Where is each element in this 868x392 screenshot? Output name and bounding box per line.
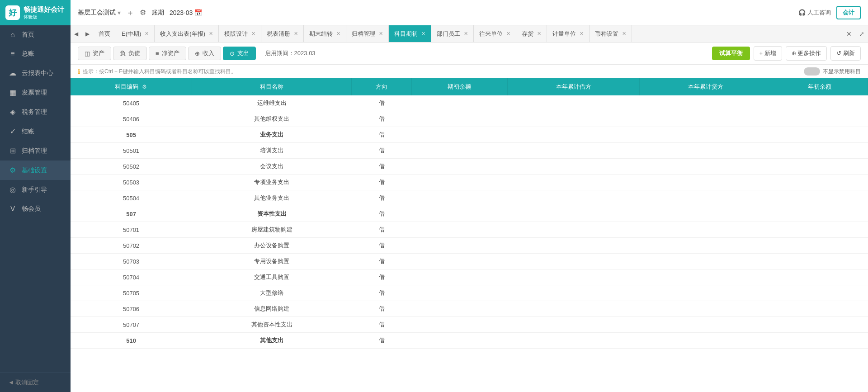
tab-close-icon[interactable]: ✕ bbox=[622, 31, 626, 37]
subtab-支出[interactable]: ⊙支出 bbox=[223, 47, 256, 60]
table-row: 50704交通工具购置借 bbox=[71, 269, 868, 285]
toggle-wrap: 不显示禁用科目 bbox=[804, 67, 861, 76]
service-button[interactable]: 🎧 人工咨询 bbox=[798, 9, 831, 17]
period-display: 账期 2023-03 📅 bbox=[151, 9, 202, 17]
tab-close-icon[interactable]: ✕ bbox=[464, 31, 468, 37]
sidebar-item-首页[interactable]: ⌂首页 bbox=[0, 25, 71, 44]
tab-close-icon[interactable]: ✕ bbox=[336, 31, 340, 37]
main-area: 基层工会测试 ▾ ＋ ⚙ 账期 2023-03 📅 🎧 人工咨询 会计 ◀ ▶ … bbox=[71, 0, 868, 392]
topbar-right: 🎧 人工咨询 会计 bbox=[798, 6, 861, 19]
table-row: 50702办公设备购置借 bbox=[71, 238, 868, 254]
calendar-icon[interactable]: 📅 bbox=[194, 9, 202, 16]
sidebar-item-发票管理[interactable]: ▦发票管理 bbox=[0, 83, 71, 102]
tab-E(中期)[interactable]: E(中期)✕ bbox=[116, 25, 155, 43]
sidebar-item-归档管理[interactable]: ⊞归档管理 bbox=[0, 141, 71, 161]
sidebar-icon: ⌂ bbox=[8, 31, 17, 39]
sidebar-item-云报表中心[interactable]: ☁云报表中心 bbox=[0, 63, 71, 83]
th-本年累计贷方: 本年累计贷方 bbox=[640, 78, 772, 95]
settings-icon[interactable]: ⚙ bbox=[140, 8, 146, 17]
sidebar-icon: ☁ bbox=[8, 69, 17, 77]
table-row: 505业务支出借 bbox=[71, 127, 868, 143]
tab-税表清册[interactable]: 税表清册✕ bbox=[261, 25, 304, 43]
tab-部门员工[interactable]: 部门员工✕ bbox=[431, 25, 474, 43]
tab-存货[interactable]: 存货✕ bbox=[516, 25, 547, 43]
sidebar-icon: ✓ bbox=[8, 127, 17, 136]
balance-button[interactable]: 试算平衡 bbox=[712, 47, 750, 60]
tab-模版设计[interactable]: 模版设计✕ bbox=[219, 25, 261, 43]
table-row: 50406其他维权支出借 bbox=[71, 111, 868, 127]
tab-close-icon[interactable]: ✕ bbox=[294, 31, 298, 37]
tab-close-icon[interactable]: ✕ bbox=[580, 31, 584, 37]
tab-scroll-right[interactable]: ▶ bbox=[82, 25, 93, 43]
info-icon: ℹ bbox=[78, 68, 80, 75]
sidebar-item-税务管理[interactable]: ◈税务管理 bbox=[0, 102, 71, 122]
tab-首页[interactable]: 首页 bbox=[93, 25, 116, 43]
accounts-table-wrap: 科目编码 ⚙科目名称方向期初余额本年累计借方本年累计贷方年初余额 50405运维… bbox=[71, 78, 868, 392]
subtab-负债[interactable]: 负负债 bbox=[113, 47, 147, 60]
account-button[interactable]: 会计 bbox=[836, 6, 861, 19]
th-期初余额: 期初余额 bbox=[411, 78, 507, 95]
sidebar-icon: ▦ bbox=[8, 88, 17, 97]
tab-close-icon[interactable]: ✕ bbox=[421, 31, 425, 37]
tab-币种设置[interactable]: 币种设置✕ bbox=[590, 25, 632, 43]
tab-close-icon[interactable]: ✕ bbox=[145, 31, 149, 37]
notice-text: 提示：按Ctrl + F键并输入科目编码或者科目名称可以查找科目。 bbox=[83, 68, 236, 76]
tab-归档管理[interactable]: 归档管理✕ bbox=[346, 25, 389, 43]
sidebar-item-基础设置[interactable]: ⚙基础设置 bbox=[0, 161, 71, 180]
table-row: 50504其他业务支出借 bbox=[71, 190, 868, 206]
table-row: 50701房屋建筑物购建借 bbox=[71, 222, 868, 238]
tab-close-icon[interactable]: ✕ bbox=[379, 31, 383, 37]
sidebar-item-畅会员[interactable]: V畅会员 bbox=[0, 199, 71, 218]
tab-科目期初[interactable]: 科目期初✕ bbox=[389, 25, 431, 43]
app-name: 畅捷通好会计 bbox=[24, 5, 64, 14]
subtab-actions: 试算平衡 + 新增 ⊕ 更多操作 ↺ 刷新 bbox=[712, 46, 861, 61]
subtab-icon: 负 bbox=[120, 49, 126, 57]
show-disabled-toggle[interactable] bbox=[804, 67, 820, 76]
sidebar-item-总账[interactable]: ≡总账 bbox=[0, 44, 71, 63]
th-本年累计借方: 本年累计借方 bbox=[508, 78, 640, 95]
tab-close-icon[interactable]: ✕ bbox=[209, 31, 213, 37]
tab-close-icon[interactable]: ✕ bbox=[251, 31, 255, 37]
subtab-净资产[interactable]: ≡净资产 bbox=[149, 47, 186, 60]
maximize-button[interactable]: ⤢ bbox=[855, 25, 868, 43]
add-tab-button[interactable]: ＋ bbox=[126, 7, 134, 18]
app-logo: 好 畅捷通好会计 体验版 bbox=[0, 0, 71, 25]
refresh-button[interactable]: ↺ 刷新 bbox=[830, 46, 861, 61]
th-方向: 方向 bbox=[352, 78, 411, 95]
subtab-icon: ≡ bbox=[156, 50, 159, 57]
tab-期末结转[interactable]: 期末结转✕ bbox=[304, 25, 346, 43]
add-button[interactable]: + 新增 bbox=[754, 46, 782, 61]
sidebar-item-新手引导[interactable]: ◎新手引导 bbox=[0, 180, 71, 199]
tab-close-icon[interactable]: ✕ bbox=[506, 31, 510, 37]
th-科目名称: 科目名称 bbox=[192, 78, 352, 95]
sidebar-icon: V bbox=[8, 205, 17, 213]
table-row: 50705大型修缮借 bbox=[71, 285, 868, 301]
sidebar-collapse-btn[interactable]: ◄ 取消固定 bbox=[0, 373, 71, 392]
th-科目编码: 科目编码 ⚙ bbox=[71, 78, 192, 95]
sidebar-icon: ◈ bbox=[8, 108, 17, 116]
tab-scroll-left[interactable]: ◀ bbox=[71, 25, 82, 43]
company-selector[interactable]: 基层工会测试 ▾ bbox=[78, 9, 121, 17]
table-row: 50501培训支出借 bbox=[71, 143, 868, 159]
tab-计量单位[interactable]: 计量单位✕ bbox=[547, 25, 590, 43]
notice-bar: ℹ 提示：按Ctrl + F键并输入科目编码或者科目名称可以查找科目。 不显示禁… bbox=[71, 65, 868, 78]
table-row: 510其他支出借 bbox=[71, 333, 868, 349]
column-settings-icon[interactable]: ⚙ bbox=[142, 84, 147, 90]
sidebar-icon: ≡ bbox=[8, 50, 17, 58]
subtab-收入[interactable]: ⊕收入 bbox=[188, 47, 221, 60]
subtab-资产[interactable]: ◫资产 bbox=[78, 47, 111, 60]
tab-往来单位[interactable]: 往来单位✕ bbox=[474, 25, 516, 43]
accounts-table: 科目编码 ⚙科目名称方向期初余额本年累计借方本年累计贷方年初余额 50405运维… bbox=[71, 78, 868, 349]
close-all-tabs-button[interactable]: ✕ bbox=[843, 25, 855, 43]
tab-收入支出表(年报)[interactable]: 收入支出表(年报)✕ bbox=[155, 25, 219, 43]
subtab-icon: ⊕ bbox=[195, 50, 200, 57]
sidebar-item-结账[interactable]: ✓结账 bbox=[0, 122, 71, 141]
chevron-down-icon: ▾ bbox=[118, 9, 121, 16]
more-actions-button[interactable]: ⊕ 更多操作 bbox=[786, 46, 827, 61]
table-row: 50503专项业务支出借 bbox=[71, 175, 868, 190]
table-row: 50706信息网络购建借 bbox=[71, 301, 868, 317]
sidebar-icon: ⊞ bbox=[8, 146, 17, 155]
subtab-bar: ◫资产负负债≡净资产⊕收入⊙支出启用期间：2023.03 试算平衡 + 新增 ⊕… bbox=[71, 43, 868, 65]
subtab-icon: ◫ bbox=[85, 50, 90, 57]
tab-close-icon[interactable]: ✕ bbox=[537, 31, 541, 37]
